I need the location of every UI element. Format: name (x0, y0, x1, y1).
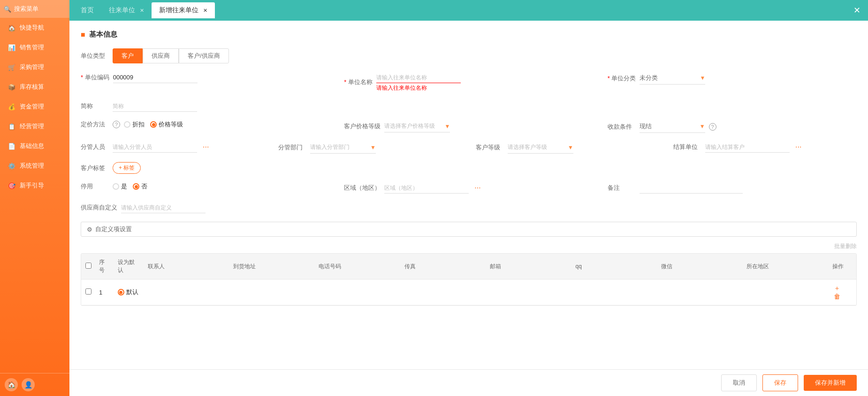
customer-level-label: 客户等级 (476, 143, 504, 152)
unit-type-customer-btn[interactable]: 客户 (113, 48, 143, 63)
sidebar-item-sales[interactable]: 📊 销售管理 (0, 38, 69, 57)
dept-label: 分管部门 (278, 143, 306, 152)
unit-code-input[interactable] (113, 72, 198, 83)
td-address[interactable] (229, 280, 315, 305)
td-phone[interactable] (315, 280, 400, 305)
remarks-input[interactable] (640, 182, 743, 194)
tags-row: 客户标签 + 标签 (81, 162, 857, 174)
td-wechat[interactable] (657, 280, 743, 305)
sidebar-item-finance[interactable]: 💰 资金管理 (0, 97, 69, 116)
sidebar-item-guide[interactable]: 🎯 新手引导 (0, 176, 69, 195)
unit-type-group: 单位类型 客户 供应商 客户/供应商 (81, 48, 857, 63)
default-radio[interactable]: 默认 (118, 288, 140, 296)
unit-category-select[interactable]: 未分类 ▼ (640, 72, 705, 85)
manager-ellipsis[interactable]: ··· (201, 143, 211, 151)
user-icon[interactable]: 👤 (22, 378, 35, 391)
pricing-level-label: 价格等级 (159, 120, 183, 129)
region-input[interactable] (384, 182, 469, 194)
settlement-ellipsis[interactable]: ··· (793, 143, 803, 151)
add-row-icon[interactable]: ＋ (834, 284, 840, 292)
disable-no-radio[interactable]: 否 (133, 182, 147, 191)
disable-yes-radio[interactable]: 是 (113, 182, 127, 191)
tab-partners-label: 往来单位 (109, 6, 135, 15)
customer-level-select[interactable]: 请选择客户等级 ▼ (508, 141, 573, 154)
unit-type-buttons: 客户 供应商 客户/供应商 (113, 48, 229, 63)
tab-home[interactable]: 首页 (73, 2, 101, 18)
customer-price-placeholder: 请选择客户价格等级 (384, 122, 435, 130)
td-region[interactable] (743, 280, 828, 305)
sidebar-item-label: 销售管理 (20, 43, 44, 52)
pricing-level-radio[interactable]: 价格等级 (150, 120, 183, 129)
contact-input[interactable] (148, 289, 226, 296)
td-contact[interactable] (144, 280, 229, 305)
region-ellipsis[interactable]: ··· (472, 184, 482, 192)
default-circle (118, 289, 124, 295)
pricing-discount-radio[interactable]: 折扣 (124, 120, 145, 129)
supplier-custom-input[interactable] (121, 202, 206, 213)
row-region-input[interactable] (746, 289, 824, 296)
payment-terms-select[interactable]: 现结 ▼ (640, 120, 705, 133)
email-input[interactable] (490, 289, 568, 296)
phone-input[interactable] (319, 289, 396, 296)
td-email[interactable] (486, 280, 571, 305)
sidebar-item-system[interactable]: ⚙️ 系统管理 (0, 156, 69, 176)
disable-region-row: 停用 是 否 区域（地区） ··· (81, 182, 857, 194)
address-input[interactable] (233, 289, 311, 296)
search-menu[interactable]: 🔍 搜索菜单 (0, 0, 69, 18)
tab-new-partner-close[interactable]: ✕ (203, 8, 207, 14)
tab-partners[interactable]: 往来单位 ✕ (101, 2, 152, 18)
unit-type-both-btn[interactable]: 客户/供应商 (179, 48, 229, 63)
unit-name-group: 单位名称 请输入往来单位名称 (344, 72, 593, 92)
sidebar: 🔍 搜索菜单 🏠 快捷导航 📊 销售管理 🛒 采购管理 📦 库存核算 💰 资金管… (0, 0, 69, 396)
dept-select[interactable]: 请输入分管部门 ▼ (310, 141, 376, 154)
tab-new-partner[interactable]: 新增往来单位 ✕ (152, 2, 215, 18)
unit-name-error: 请输入往来单位名称 (376, 84, 461, 92)
add-tag-button[interactable]: + 标签 (113, 162, 141, 174)
sidebar-item-purchase[interactable]: 🛒 采购管理 (0, 57, 69, 77)
window-close-button[interactable]: ✕ (850, 3, 864, 17)
td-actions: ＋ 🗑 (829, 280, 856, 305)
customer-price-select[interactable]: 请选择客户价格等级 ▼ (384, 120, 450, 132)
sidebar-item-label: 新手引导 (20, 181, 44, 190)
wechat-input[interactable] (661, 289, 739, 296)
inventory-icon: 📦 (8, 83, 16, 91)
td-qq[interactable] (571, 280, 657, 305)
pricing-question-icon[interactable]: ? (113, 121, 120, 128)
row-checkbox[interactable] (85, 288, 91, 295)
custom-settings-button[interactable]: ⚙ 自定义项设置 (81, 222, 857, 237)
unit-name-input[interactable] (376, 72, 461, 83)
manager-input[interactable] (113, 141, 197, 153)
th-actions: 操作 (829, 254, 856, 280)
supplier-custom-group: 供应商自定义 (81, 202, 857, 213)
sidebar-item-inventory[interactable]: 📦 库存核算 (0, 77, 69, 97)
qq-input[interactable] (575, 289, 653, 296)
tab-partners-close[interactable]: ✕ (140, 8, 144, 14)
sidebar-item-operations[interactable]: 📋 经营管理 (0, 116, 69, 136)
tab-bar: 首页 往来单位 ✕ 新增往来单位 ✕ ✕ (69, 0, 868, 21)
batch-delete-btn[interactable]: 批量删除 (834, 242, 857, 250)
delete-row-icon[interactable]: 🗑 (834, 293, 840, 300)
payment-terms-question[interactable]: ? (709, 123, 716, 131)
sidebar-item-quick-nav[interactable]: 🏠 快捷导航 (0, 18, 69, 38)
section-title: 基本信息 (89, 30, 117, 39)
cancel-button[interactable]: 取消 (721, 374, 757, 391)
save-new-button[interactable]: 保存并新增 (804, 375, 857, 391)
search-menu-label: 搜索菜单 (14, 5, 38, 13)
sidebar-item-label: 快捷导航 (20, 23, 44, 32)
td-fax[interactable] (401, 280, 486, 305)
customer-price-chevron: ▼ (444, 123, 450, 130)
home-icon[interactable]: 🏠 (5, 378, 18, 391)
settlement-input[interactable] (705, 141, 790, 153)
save-button[interactable]: 保存 (762, 374, 798, 391)
sidebar-item-label: 系统管理 (20, 162, 44, 170)
th-phone: 电话号码 (315, 254, 400, 280)
manager-label: 分管人员 (81, 143, 109, 151)
select-all-checkbox[interactable] (85, 263, 91, 269)
unit-type-supplier-btn[interactable]: 供应商 (143, 48, 179, 63)
short-name-input[interactable] (113, 101, 197, 112)
disable-radio-group: 是 否 (113, 182, 147, 191)
th-contact: 联系人 (144, 254, 229, 280)
form-content: ■ 基本信息 单位类型 客户 供应商 客户/供应商 单位编码 (69, 21, 868, 369)
fax-input[interactable] (404, 289, 482, 296)
sidebar-item-basic-info[interactable]: 📄 基础信息 (0, 136, 69, 156)
